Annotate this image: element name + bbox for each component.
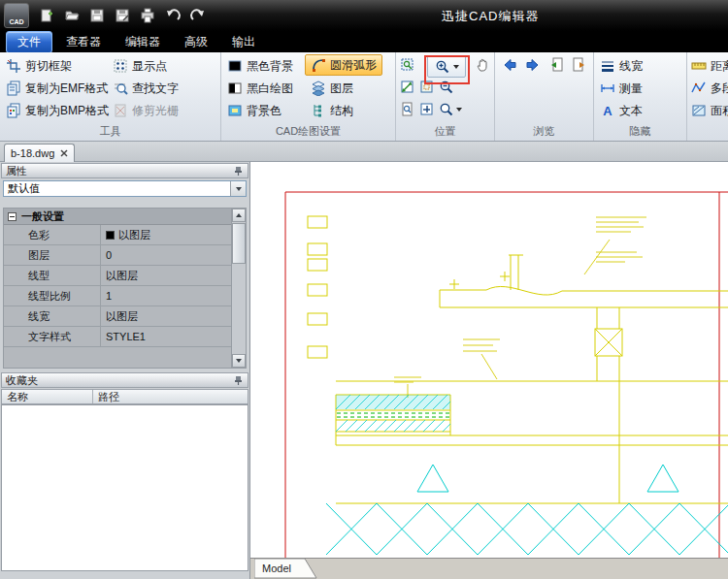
property-row-linetype[interactable]: 线型 以图层 [4,266,231,286]
property-row-text-style[interactable]: 文字样式 STYLE1 [4,327,231,347]
level-triangles [417,465,678,492]
redo-icon[interactable] [185,4,211,27]
find-text-button[interactable]: 查找文字 [113,79,179,98]
copy-emf-icon [6,80,21,96]
property-row-linetype-scale[interactable]: 线型比例 1 [4,286,231,306]
drawing-frame [285,192,728,558]
measure-button[interactable]: 测量 [600,79,643,98]
zoom-scale-icon[interactable] [419,102,435,117]
annotation-highlight-box [424,55,470,84]
model-tab[interactable]: Model [254,559,332,579]
legend-boxes [308,216,327,358]
favorites-panel-header: 收藏夹 [1,372,248,388]
next-view-icon[interactable] [571,57,586,73]
property-row-color[interactable]: 色彩 以图层 [4,225,231,245]
app-title: 迅捷CAD编辑器 [442,8,539,25]
zoom-page-icon[interactable] [400,102,415,117]
copy-emf-button[interactable]: 复制为EMF格式 [6,79,108,98]
tab-file[interactable]: 文件 [6,31,52,53]
save-icon[interactable] [84,4,110,27]
property-grid-scrollbar[interactable] [231,209,246,368]
crop-frame-button[interactable]: 剪切框架 [6,56,72,76]
polyline-icon [691,80,707,96]
collapse-icon[interactable] [8,212,17,221]
tab-editor[interactable]: 编辑器 [115,32,171,52]
property-group-header[interactable]: 一般设置 [4,209,231,225]
pin-icon[interactable] [233,375,244,386]
drawing-canvas[interactable] [250,162,728,558]
distance-button[interactable]: 距离 [691,56,728,76]
open-file-icon[interactable] [59,4,84,27]
zoom-extents-icon[interactable] [400,80,415,95]
line-width-button[interactable]: 线宽 [600,56,643,76]
favorites-column-headers: 名称 路径 [1,389,248,404]
background-color-icon [227,103,243,118]
zoom-window-icon[interactable] [400,57,415,73]
line-width-icon [600,58,615,74]
copy-bmp-icon [6,103,21,118]
combobox-dropdown-button[interactable] [230,181,246,196]
svg-text:Model: Model [262,563,291,574]
zoom-fit-dropdown[interactable] [439,102,462,117]
ribbon: 剪切框架 复制为EMF格式 复制为BMP格式 显示点 查找文字 修剪光栅 工具 … [0,52,728,142]
distance-icon [691,58,707,74]
black-background-button[interactable]: 黑色背景 [227,56,293,76]
measure-icon [600,80,615,96]
property-row-layer[interactable]: 图层 0 [4,245,231,266]
back-arrow-icon[interactable] [503,57,518,73]
tab-advanced[interactable]: 高级 [174,32,218,52]
group-label-cad-settings: CAD绘图设置 [221,124,395,139]
trim-raster-button[interactable]: 修剪光栅 [113,101,179,120]
show-points-button[interactable]: 显示点 [113,56,167,76]
close-tab-icon[interactable] [60,149,68,157]
scroll-down-button[interactable] [232,354,246,368]
ground-hatch [326,503,728,555]
ribbon-group-browse: 浏览 [495,52,594,141]
forward-arrow-icon[interactable] [524,57,540,73]
show-points-icon [113,58,128,74]
crop-icon [6,58,21,74]
scrollbar-thumb[interactable] [232,223,246,264]
menu-tab-row: 文件 查看器 编辑器 高级 输出 [0,31,728,52]
tab-viewer[interactable]: 查看器 [55,32,112,52]
layers-icon [311,80,326,96]
column-header-path[interactable]: 路径 [93,390,248,403]
ribbon-group-cad-settings: 黑色背景 黑白绘图 背景色 圆滑弧形 图层 结构 CAD绘图设置 [221,52,396,141]
polyline-button[interactable]: 多段 [691,79,728,98]
black-background-icon [227,58,243,74]
save-as-icon[interactable] [110,4,135,27]
previous-view-icon[interactable] [549,57,565,73]
left-panel: 属性 默认值 一般设置 色彩 以图层 图层 0 线型 以图层 [0,162,250,579]
group-label-tools: 工具 [0,124,220,139]
structure-icon [311,103,326,118]
print-icon[interactable] [135,4,160,27]
area-button[interactable]: 面积 [691,101,728,120]
new-file-icon[interactable] [34,4,59,27]
background-color-button[interactable]: 背景色 [227,101,281,120]
favorites-list[interactable] [1,404,248,571]
scroll-up-button[interactable] [232,209,246,222]
hatch-bands [336,395,450,432]
layers-button[interactable]: 图层 [311,79,353,98]
structure-lines [336,255,728,503]
bw-drawing-button[interactable]: 黑白绘图 [227,79,293,98]
smooth-arc-button[interactable]: 圆滑弧形 [305,54,382,76]
copy-bmp-button[interactable]: 复制为BMP格式 [6,101,109,120]
tab-output[interactable]: 输出 [221,32,266,52]
undo-icon[interactable] [160,4,185,27]
property-preset-combobox[interactable]: 默认值 [3,180,247,197]
pin-icon[interactable] [233,166,244,177]
document-tab-active[interactable]: b-18.dwg [4,144,75,162]
properties-panel-header: 属性 [1,163,248,178]
column-header-name[interactable]: 名称 [2,390,93,403]
model-tab-strip: Model [250,558,728,579]
text-tool-button[interactable]: A 文本 [600,101,643,120]
pan-hand-icon[interactable] [476,57,491,73]
property-row-lineweight[interactable]: 线宽 以图层 [4,306,231,327]
trim-raster-icon [113,103,128,118]
structure-button[interactable]: 结构 [311,101,353,120]
area-icon [691,103,707,118]
smooth-arc-icon [311,57,326,73]
app-logo-icon: CAD [4,3,29,28]
title-bar: CAD 迅捷CAD编辑器 [0,0,728,31]
